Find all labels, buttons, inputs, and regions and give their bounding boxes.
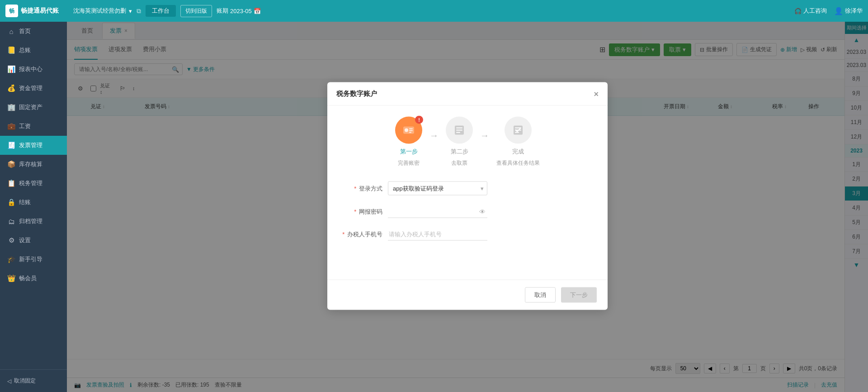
step-3-icon — [505, 117, 532, 144]
sidebar-label-payroll: 工资 — [19, 122, 31, 130]
ledger-icon: 📒 — [7, 46, 15, 54]
sidebar-item-reports[interactable]: 📊 报表中心 — [0, 60, 67, 79]
login-method-select-wrap: app获取验证码登录 密码登录 ▾ — [388, 182, 487, 196]
sidebar-label-home: 首页 — [19, 27, 31, 35]
switch-version-button[interactable]: 切到旧版 — [180, 5, 212, 17]
sidebar-label-fixed-assets: 固定资产 — [19, 103, 42, 111]
inventory-icon: 📦 — [7, 160, 15, 168]
step-2-label: 第二步 — [451, 148, 468, 156]
settings-icon: ⚙ — [7, 236, 15, 244]
password-required-mark: * — [354, 208, 356, 215]
workbench-button[interactable]: 工作台 — [146, 5, 176, 17]
svg-rect-2 — [409, 129, 413, 129]
svg-rect-7 — [456, 130, 462, 131]
password-input[interactable] — [388, 206, 487, 218]
top-header: 畅 畅捷通易代账 沈海英测试经营勿删 ▾ ⧉ 工作台 切到旧版 账期 2023-… — [0, 0, 868, 22]
phone-label: * 办税人手机号 — [342, 230, 382, 239]
login-method-label: * 登录方式 — [342, 184, 382, 192]
modal-footer: 取消 下一步 — [327, 280, 608, 310]
sidebar-label-tax: 税务管理 — [19, 179, 42, 187]
funds-icon: 💰 — [7, 84, 15, 92]
password-label: * 网报密码 — [342, 208, 382, 216]
sidebar-item-guide[interactable]: 🎓 新手引导 — [0, 250, 67, 269]
tax-icon: 📋 — [7, 179, 15, 187]
sidebar-item-closing[interactable]: 🔒 结账 — [0, 193, 67, 212]
sidebar-item-tax[interactable]: 📋 税务管理 — [0, 174, 67, 193]
sidebar-item-fixed-assets[interactable]: 🏢 固定资产 — [0, 98, 67, 117]
sidebar-item-inventory[interactable]: 📦 库存核算 — [0, 155, 67, 174]
calendar-icon[interactable]: 📅 — [254, 8, 261, 14]
sidebar-label-closing: 结账 — [19, 198, 31, 206]
sidebar-label-funds: 资金管理 — [19, 84, 42, 92]
step-arrow-1: → — [429, 130, 439, 153]
sidebar-item-funds[interactable]: 💰 资金管理 — [0, 79, 67, 98]
svg-rect-12 — [515, 132, 519, 133]
fixed-assets-icon: 🏢 — [7, 103, 15, 111]
sidebar-label-invoice: 发票管理 — [19, 141, 42, 149]
login-method-select[interactable]: app获取验证码登录 密码登录 — [388, 182, 487, 196]
sidebar-item-home[interactable]: ⌂ 首页 — [0, 22, 67, 41]
app-title: 畅捷通易代账 — [21, 7, 59, 15]
step-arrow-2: → — [480, 130, 489, 153]
username-label: 徐泽华 — [845, 7, 863, 15]
sidebar-item-settings[interactable]: ⚙ 设置 — [0, 231, 67, 250]
phone-field: * 办税人手机号 — [342, 228, 593, 241]
header-right: 🎧 人工咨询 👤 徐泽华 — [794, 7, 863, 15]
invoice-icon: 🧾 — [7, 141, 15, 149]
user-avatar-icon: 👤 — [834, 7, 843, 15]
sidebar-label-guide: 新手引导 — [19, 255, 42, 263]
sidebar-label-inventory: 库存核算 — [19, 160, 42, 168]
form-spacer — [342, 251, 593, 269]
step-1-error-badge: ! — [415, 116, 423, 124]
steps-indicator: ! 第一步 完善账密 → 第二步 去取票 → — [342, 117, 593, 167]
company-dropdown-icon: ▾ — [129, 8, 132, 14]
step-2-desc: 去取票 — [451, 159, 467, 167]
step-1-desc: 完善账密 — [398, 159, 420, 167]
step-1-label: 第一步 — [400, 148, 418, 156]
svg-rect-3 — [409, 130, 413, 131]
reports-icon: 📊 — [7, 65, 15, 73]
cancel-fixed-btn[interactable]: ◁ 取消固定 — [0, 373, 67, 388]
cancel-button[interactable]: 取消 — [525, 287, 556, 303]
modal-close-button[interactable]: × — [594, 90, 599, 98]
eye-toggle-icon[interactable]: 👁 — [479, 208, 486, 215]
sidebar-label-vip: 畅会员 — [19, 274, 37, 282]
step-2: 第二步 去取票 — [446, 117, 473, 167]
period-value: 2023-05 — [230, 8, 252, 14]
sidebar-item-archive[interactable]: 🗂 归档管理 — [0, 212, 67, 231]
password-field: * 网报密码 👁 — [342, 206, 593, 218]
sidebar-label-ledger: 总账 — [19, 46, 31, 54]
sidebar-item-ledger[interactable]: 📒 总账 — [0, 41, 67, 60]
modal-header: 税务数字账户 × — [327, 82, 608, 106]
sidebar-item-payroll[interactable]: 💼 工资 — [0, 117, 67, 136]
svg-rect-6 — [456, 128, 462, 129]
modal-title: 税务数字账户 — [336, 90, 377, 98]
payroll-icon: 💼 — [7, 122, 15, 130]
sidebar: ⌂ 首页 📒 总账 📊 报表中心 💰 资金管理 🏢 固定资产 💼 工资 🧾 发票… — [0, 22, 67, 392]
pin-icon: ◁ — [7, 378, 11, 384]
sidebar-label-reports: 报表中心 — [19, 65, 42, 73]
company-selector[interactable]: 沈海英测试经营勿删 ▾ — [73, 7, 132, 15]
password-input-wrap: 👁 — [388, 206, 487, 218]
sidebar-bottom: ◁ 取消固定 — [0, 369, 67, 392]
modal-body: ! 第一步 完善账密 → 第二步 去取票 → — [327, 106, 608, 280]
support-link[interactable]: 🎧 人工咨询 — [794, 7, 827, 15]
phone-input[interactable] — [388, 228, 487, 241]
period-info: 账期 2023-05 📅 — [217, 7, 261, 15]
next-button[interactable]: 下一步 — [561, 287, 597, 303]
home-icon: ⌂ — [7, 28, 15, 35]
user-area[interactable]: 👤 徐泽华 — [834, 7, 863, 15]
login-method-required-mark: * — [354, 185, 356, 191]
sidebar-item-vip[interactable]: 👑 畅会员 — [0, 269, 67, 288]
company-name: 沈海英测试经营勿删 — [73, 7, 126, 15]
logo-icon: 畅 — [5, 5, 18, 17]
phone-input-wrap — [388, 228, 487, 241]
step-3-label: 完成 — [512, 148, 524, 156]
sidebar-label-settings: 设置 — [19, 236, 31, 244]
svg-point-1 — [405, 129, 408, 132]
step-1-icon: ! — [395, 117, 422, 144]
phone-required-mark: * — [342, 231, 344, 238]
step-3-desc: 查看具体任务结果 — [496, 159, 540, 167]
svg-rect-8 — [456, 132, 460, 133]
sidebar-item-invoice[interactable]: 🧾 发票管理 — [0, 136, 67, 155]
